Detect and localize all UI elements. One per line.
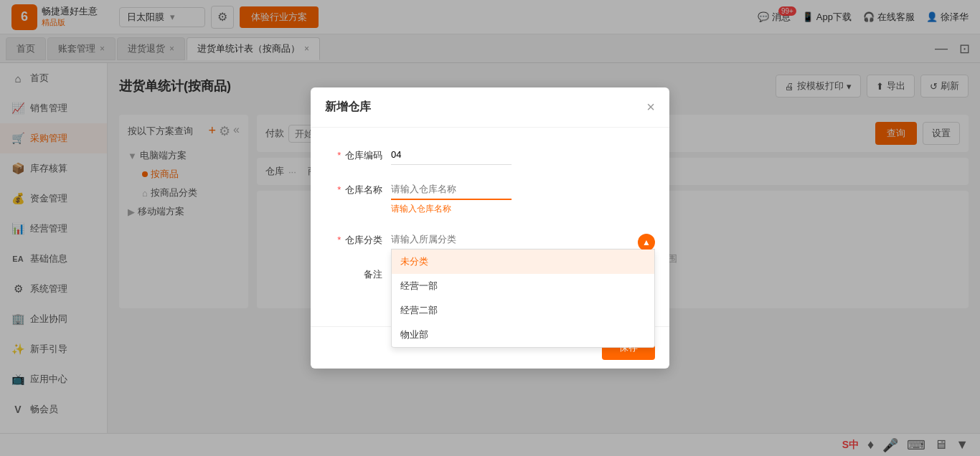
code-field-row: * 仓库编码 [325,145,655,165]
code-required-mark: * [337,150,341,161]
note-label-text: 备注 [364,269,382,280]
code-label: * 仓库编码 [325,145,382,162]
category-field-row: * 仓库分类 ▲ 未分类 经营一部 经营二部 物业部 [325,229,655,250]
category-required-mark: * [337,234,341,245]
name-label-text: 仓库名称 [345,184,382,195]
dialog-title: 新增仓库 [325,100,371,115]
category-label: * 仓库分类 [325,229,382,247]
name-field-wrap: 请输入仓库名称 [391,179,655,215]
category-select-wrap: ▲ 未分类 经营一部 经营二部 物业部 [391,229,655,250]
name-required-mark: * [337,184,341,195]
category-input[interactable] [391,229,655,250]
dropdown-item-unclassified[interactable]: 未分类 [392,250,654,274]
code-input[interactable] [391,145,512,165]
dialog-header: 新增仓库 × [311,87,669,128]
name-error-message: 请输入仓库名称 [391,203,655,215]
name-label: * 仓库名称 [325,179,382,196]
category-dropdown: 未分类 经营一部 经营二部 物业部 [391,250,655,348]
category-arrow-icon[interactable]: ▲ [638,234,655,251]
dialog-body: * 仓库编码 * 仓库名称 请输入仓库名称 [311,128,669,326]
dropdown-item-dept2[interactable]: 经营二部 [392,298,654,323]
dialog-close-button[interactable]: × [646,99,655,115]
code-field-wrap [391,145,655,165]
new-warehouse-dialog: 新增仓库 × * 仓库编码 * 仓库名称 [311,87,669,369]
dropdown-item-property[interactable]: 物业部 [392,323,654,347]
code-label-text: 仓库编码 [345,150,382,161]
note-label: 备注 [325,264,382,281]
category-label-text: 仓库分类 [345,234,382,245]
name-field-row: * 仓库名称 请输入仓库名称 [325,179,655,215]
dropdown-item-dept1[interactable]: 经营一部 [392,274,654,298]
modal-overlay: 新增仓库 × * 仓库编码 * 仓库名称 [0,0,980,456]
name-input[interactable] [391,179,512,200]
